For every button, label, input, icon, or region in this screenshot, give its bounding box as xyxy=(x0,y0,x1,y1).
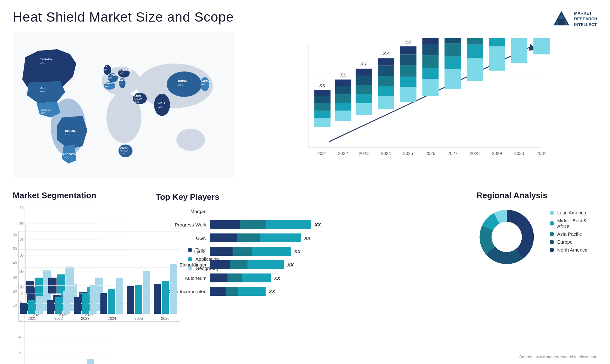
players-container: Top Key Players Morgan Progress-Werk xyxy=(156,191,467,343)
header: Heat Shield Market Size and Scope MARKET… xyxy=(0,0,610,32)
players-title: Top Key Players xyxy=(156,192,467,202)
svg-text:2029: 2029 xyxy=(492,151,502,156)
player-dana: Dana Incorporated XX xyxy=(156,287,467,296)
svg-text:xx%: xx% xyxy=(41,112,45,114)
svg-text:ARABIA: ARABIA xyxy=(134,98,142,100)
logo-container: MARKET RESEARCH INTELLECT xyxy=(552,10,597,29)
regional-legend: Latin America Middle East & Africa Asia … xyxy=(550,210,597,253)
svg-rect-62 xyxy=(314,96,330,103)
svg-rect-95 xyxy=(422,68,438,79)
svg-text:JAPAN: JAPAN xyxy=(201,80,209,83)
svg-text:GERMANY: GERMANY xyxy=(119,69,133,71)
svg-text:2023: 2023 xyxy=(359,151,369,156)
svg-text:xx%: xx% xyxy=(120,72,124,74)
svg-rect-89 xyxy=(400,65,416,77)
svg-rect-69 xyxy=(335,86,351,94)
svg-rect-96 xyxy=(422,55,438,68)
svg-rect-107 xyxy=(467,58,483,81)
svg-rect-108 xyxy=(467,45,483,58)
svg-rect-94 xyxy=(422,79,438,96)
svg-rect-67 xyxy=(335,103,351,111)
player-autoneum: Autoneum XX xyxy=(156,273,467,282)
svg-text:SAUDI: SAUDI xyxy=(134,95,141,97)
svg-text:40: 40 xyxy=(18,335,22,339)
svg-text:xx%: xx% xyxy=(40,62,44,64)
map-container: CANADA xx% U.S. xx% MEXICO xx% BRAZIL xx… xyxy=(13,32,235,184)
svg-rect-74 xyxy=(356,94,372,103)
svg-text:2024: 2024 xyxy=(381,151,391,156)
world-map: CANADA xx% U.S. xx% MEXICO xx% BRAZIL xx… xyxy=(13,32,235,178)
svg-rect-70 xyxy=(335,79,351,86)
player-name-progress-werk: Progress-Werk xyxy=(156,222,207,227)
svg-text:INDIA: INDIA xyxy=(158,102,166,105)
player-bar-autoneum: XX xyxy=(210,273,467,282)
seg-group-2021: 2021 xyxy=(20,296,43,314)
svg-text:XX: XX xyxy=(340,72,347,78)
regional-container: Regional Analysis xyxy=(477,191,597,343)
bar-chart-container: XX 2021 XX 2022 XX 2023 XX 20 xyxy=(241,32,597,184)
player-bar-morgan xyxy=(210,207,467,216)
svg-text:xx%: xx% xyxy=(178,84,183,86)
svg-point-7 xyxy=(176,129,205,151)
svg-text:xx%: xx% xyxy=(201,83,205,85)
svg-text:xx%: xx% xyxy=(108,77,112,79)
player-elringklinger: ElringKlinger XX xyxy=(156,260,467,269)
svg-rect-84 xyxy=(378,58,394,65)
legend-dot-europe xyxy=(550,240,554,244)
top-section: CANADA xx% U.S. xx% MEXICO xx% BRAZIL xx… xyxy=(0,32,610,184)
legend-asia-pacific: Asia Pacific xyxy=(550,231,597,237)
svg-rect-102 xyxy=(444,57,461,69)
legend-europe: Europe xyxy=(550,239,597,245)
svg-rect-103 xyxy=(444,44,461,57)
svg-text:XX: XX xyxy=(405,39,412,44)
player-lydall: Lydall XX xyxy=(156,247,467,256)
svg-rect-101 xyxy=(444,69,461,89)
svg-point-45 xyxy=(154,94,170,116)
svg-text:CANADA: CANADA xyxy=(40,58,52,61)
svg-text:SPAIN: SPAIN xyxy=(105,82,112,85)
svg-rect-98 xyxy=(422,38,438,44)
svg-text:xx%: xx% xyxy=(103,69,107,71)
seg-group-2024: 2024 xyxy=(100,278,123,314)
svg-rect-109 xyxy=(467,38,483,45)
svg-text:2025: 2025 xyxy=(403,151,413,156)
legend-middle-east-africa: Middle East & Africa xyxy=(550,218,597,229)
svg-text:60: 60 xyxy=(20,206,24,210)
svg-rect-104 xyxy=(444,38,461,44)
svg-text:2022: 2022 xyxy=(338,151,348,156)
svg-text:XX: XX xyxy=(383,51,390,56)
svg-rect-113 xyxy=(489,38,505,46)
player-bar-lydall: XX xyxy=(210,247,467,256)
svg-text:ARGENTINA: ARGENTINA xyxy=(63,153,78,156)
svg-text:CHINA: CHINA xyxy=(178,79,187,83)
source-text: Source : www.marketresearchintellect.com xyxy=(519,354,597,359)
svg-point-210 xyxy=(491,222,522,252)
svg-rect-82 xyxy=(378,76,394,86)
svg-text:SOUTH: SOUTH xyxy=(120,147,128,149)
svg-text:2031: 2031 xyxy=(536,151,546,156)
svg-text:ITALY: ITALY xyxy=(118,79,125,82)
donut-chart xyxy=(477,205,537,269)
svg-rect-68 xyxy=(335,94,351,103)
seg-group-2023: 2023 xyxy=(74,285,97,314)
svg-text:30: 30 xyxy=(18,351,22,355)
svg-rect-91 xyxy=(400,46,416,54)
svg-rect-116 xyxy=(511,38,527,63)
svg-rect-76 xyxy=(356,76,372,85)
svg-rect-75 xyxy=(356,85,372,94)
svg-text:xx%: xx% xyxy=(40,90,44,93)
page-title: Heat Shield Market Size and Scope xyxy=(13,10,234,25)
svg-rect-77 xyxy=(356,69,372,76)
svg-text:AFRICA: AFRICA xyxy=(120,150,128,152)
svg-text:2030: 2030 xyxy=(514,151,524,156)
svg-text:xx%: xx% xyxy=(135,101,139,103)
segmentation-container: Market Segmentation 60 50 40 30 20 10 0 xyxy=(13,191,146,343)
svg-text:50: 50 xyxy=(20,222,24,226)
svg-text:xx%: xx% xyxy=(120,152,125,155)
logo-text: MARKET RESEARCH INTELLECT xyxy=(574,10,597,28)
svg-rect-2 xyxy=(558,19,565,25)
svg-text:xx%: xx% xyxy=(158,106,162,109)
svg-rect-81 xyxy=(378,86,394,96)
svg-rect-171 xyxy=(87,359,94,364)
svg-rect-83 xyxy=(378,66,394,76)
